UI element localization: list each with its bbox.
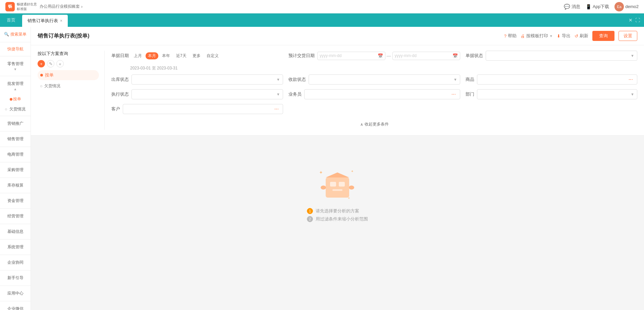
empty-illustration: ✦ ✦ ✦ bbox=[317, 162, 358, 203]
quick-nav-label[interactable]: 快捷导航 bbox=[0, 44, 31, 54]
field-customer: 客户 ··· bbox=[111, 104, 283, 114]
filter-row-4: 客户 ··· bbox=[111, 104, 637, 114]
tab-close-window-icon[interactable]: ✕ bbox=[629, 17, 633, 23]
sidebar-item-ecommerce[interactable]: 电商管理 bbox=[0, 148, 31, 161]
sidebar-item-enterprise[interactable]: 企业协同 bbox=[0, 256, 31, 269]
tab-active[interactable]: 销售订单执行表 × bbox=[22, 15, 68, 27]
scheme-dot2-icon bbox=[40, 85, 42, 87]
sidebar-item-app-center[interactable]: 应用中心 bbox=[0, 287, 31, 300]
page-header-actions: ? 帮助 🖨 按模板打印 ▼ ⬇ 导出 ↺ 刷新 查询 设置 bbox=[504, 31, 637, 41]
field-collection: 收款状态 ▼ bbox=[288, 74, 460, 85]
sidebar-item-sales-mgmt[interactable]: 销售管理 bbox=[0, 133, 31, 145]
filter-scheme-title: 按以下方案查询 bbox=[38, 51, 99, 57]
sidebar-section-finance: 资金管理 bbox=[0, 193, 31, 209]
date-btn-more[interactable]: 更多 bbox=[190, 52, 203, 59]
purchase-label: 采购管理 bbox=[7, 167, 23, 173]
salesperson-input-field[interactable] bbox=[307, 92, 449, 97]
top-bar-left: 畅 畅捷通好生意 标准版 办公用品行业模拟账套 › bbox=[5, 2, 83, 11]
sidebar-item-finance[interactable]: 资金管理 bbox=[0, 195, 31, 207]
sidebar-item-batch-mgmt[interactable]: 批发管理 ▲ bbox=[0, 78, 31, 94]
sidebar-item-guide[interactable]: 新手引导 bbox=[0, 272, 31, 284]
date-btn-7days[interactable]: 近7天 bbox=[174, 52, 189, 59]
zero-sales-arrow-icon: ▼ bbox=[14, 67, 17, 71]
field-doc-status: 单据状态 ▼ bbox=[466, 51, 637, 61]
filter-row-2: 出库状态 ▼ 收款状态 ▼ bbox=[111, 74, 637, 85]
filter-panel: 按以下方案查询 + ✎ « 按单 欠货情况 bbox=[31, 45, 644, 136]
doc-status-label: 单据状态 bbox=[466, 53, 483, 59]
tab-expand-icon[interactable]: ⛶ bbox=[635, 17, 640, 23]
sidebar-item-system[interactable]: 系统管理 bbox=[0, 241, 31, 253]
sidebar-item-zero-sales[interactable]: 零售管理 ▼ bbox=[0, 58, 31, 74]
sidebar-item-inventory[interactable]: 库存核算 bbox=[0, 179, 31, 192]
customer-input-field[interactable] bbox=[126, 107, 272, 112]
scheme-debt-item[interactable]: 欠货情况 bbox=[38, 82, 99, 91]
search-menu-label: 搜索菜单 bbox=[10, 32, 26, 37]
message-btn[interactable]: 💬 消息 bbox=[564, 4, 580, 10]
filter-scheme-label: 按以下方案查询 bbox=[38, 51, 68, 57]
refresh-icon: ↺ bbox=[575, 34, 578, 39]
doc-status-select[interactable]: ▼ bbox=[486, 51, 637, 61]
collapse-btn[interactable]: ∧ 收起更多条件 bbox=[111, 119, 637, 130]
expected-date-start[interactable]: yyyy-mm-dd 📅 bbox=[317, 52, 385, 60]
add-scheme-btn[interactable]: + bbox=[38, 60, 45, 67]
date-separator: — bbox=[387, 53, 391, 58]
date-btn-custom[interactable]: 自定义 bbox=[204, 52, 221, 59]
sidebar-section-system: 系统管理 bbox=[0, 240, 31, 255]
outbound-chevron-icon: ▼ bbox=[276, 78, 280, 82]
sidebar-section-zero-sales: 零售管理 ▼ bbox=[0, 56, 31, 76]
edit-scheme-btn[interactable]: ✎ bbox=[47, 60, 54, 67]
goods-input[interactable]: ··· bbox=[477, 74, 637, 85]
sidebar-item-debt[interactable]: 欠货情况 bbox=[0, 104, 31, 114]
empty-step-2: 2 用过滤条件来缩小分析范围 bbox=[307, 216, 368, 222]
export-icon: ⬇ bbox=[557, 34, 560, 39]
help-btn[interactable]: ? 帮助 bbox=[504, 33, 517, 39]
export-btn[interactable]: ⬇ 导出 bbox=[557, 33, 571, 39]
content-area: 销售订单执行表(按单) ? 帮助 🖨 按模板打印 ▼ ⬇ 导出 ↺ 刷新 bbox=[31, 27, 644, 310]
dept-select[interactable]: ▼ bbox=[477, 89, 637, 99]
user-area[interactable]: Ea demo2 bbox=[614, 2, 639, 11]
settings-button[interactable]: 设置 bbox=[619, 31, 637, 41]
collapse-label: 收起更多条件 bbox=[365, 121, 389, 127]
customer-ellipsis-icon[interactable]: ··· bbox=[273, 106, 280, 112]
sidebar-sub-order[interactable]: 按单 bbox=[0, 94, 31, 104]
sidebar-item-purchase[interactable]: 采购管理 bbox=[0, 164, 31, 176]
date-btn-this-year[interactable]: 本年 bbox=[160, 52, 172, 59]
salesperson-ellipsis-icon[interactable]: ··· bbox=[450, 91, 457, 97]
customer-input[interactable]: ··· bbox=[123, 104, 283, 114]
debt-label: 欠货情况 bbox=[9, 107, 25, 111]
outbound-select[interactable]: ▼ bbox=[131, 74, 283, 85]
tab-home[interactable]: 首页 bbox=[0, 13, 22, 27]
avatar: Ea bbox=[614, 2, 624, 11]
sidebar-item-basic-info[interactable]: 基础信息 bbox=[0, 225, 31, 238]
app-download-btn[interactable]: 📱 App下载 bbox=[586, 4, 609, 10]
collapse-scheme-btn[interactable]: « bbox=[56, 60, 64, 67]
step-num-1: 1 bbox=[307, 208, 313, 214]
sidebar-item-marketing[interactable]: 营销推广 bbox=[0, 117, 31, 130]
sidebar-item-weixin[interactable]: 企业微信 bbox=[0, 303, 31, 310]
search-menu-btn[interactable]: 🔍 搜索菜单 bbox=[3, 30, 28, 39]
date-btn-this-month[interactable]: 本月 bbox=[146, 52, 158, 59]
expected-date-end[interactable]: yyyy-mm-dd 📅 bbox=[392, 52, 461, 60]
field-date: 单据日期 上月 本月 本年 近7天 更多 自定义 bbox=[111, 52, 283, 59]
collection-label: 收款状态 bbox=[288, 76, 306, 83]
collection-select[interactable]: ▼ bbox=[309, 74, 460, 85]
goods-input-field[interactable] bbox=[480, 77, 626, 82]
query-button[interactable]: 查询 bbox=[592, 31, 614, 41]
salesperson-input[interactable]: ··· bbox=[304, 89, 460, 99]
dept-chevron-icon: ▼ bbox=[631, 92, 634, 96]
sidebar-item-operations[interactable]: 经营管理 bbox=[0, 210, 31, 222]
calendar-start-icon: 📅 bbox=[378, 53, 383, 58]
refresh-btn[interactable]: ↺ 刷新 bbox=[575, 33, 588, 39]
goods-ellipsis-icon[interactable]: ··· bbox=[627, 76, 634, 83]
svg-rect-0 bbox=[326, 177, 349, 198]
print-btn[interactable]: 🖨 按模板打印 ▼ bbox=[521, 33, 553, 39]
svg-point-6 bbox=[349, 186, 354, 190]
print-icon: 🖨 bbox=[521, 34, 525, 39]
tab-close-icon[interactable]: × bbox=[60, 18, 62, 23]
scheme-order-item[interactable]: 按单 bbox=[38, 70, 99, 80]
exec-status-select[interactable]: ▼ bbox=[131, 89, 283, 99]
breadcrumb-arrow-icon: › bbox=[81, 4, 83, 9]
tab-bar: 首页 销售订单执行表 × ✕ ⛶ bbox=[0, 13, 644, 27]
field-outbound: 出库状态 ▼ bbox=[111, 74, 283, 85]
date-btn-last-month[interactable]: 上月 bbox=[131, 52, 144, 59]
